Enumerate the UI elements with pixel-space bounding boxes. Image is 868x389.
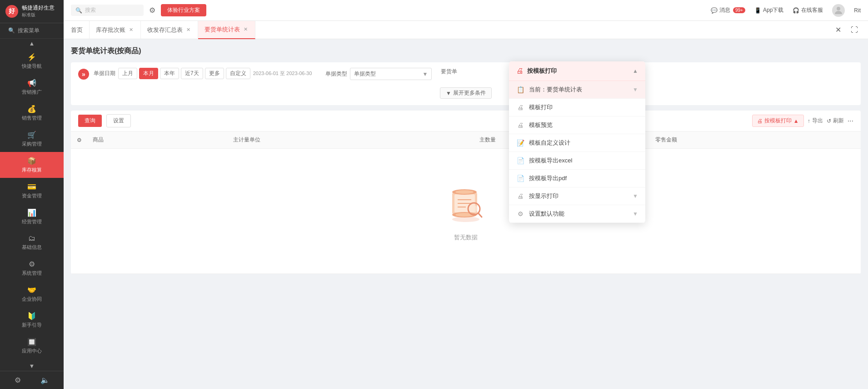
topbar-search[interactable]: 🔍 搜索	[71, 5, 144, 16]
settings-button[interactable]: 设置	[106, 114, 131, 127]
trial-button[interactable]: 体验行业方案	[161, 4, 206, 16]
sidebar-scroll-down[interactable]: ▼	[0, 361, 64, 371]
sidebar-item-label: 资金管理	[22, 192, 42, 199]
date-btn-more[interactable]: 更多	[205, 68, 224, 79]
sidebar-item-cooperation[interactable]: 🤝 企业协同	[0, 281, 64, 307]
search-menu-item[interactable]: 🔍 搜索菜单	[0, 23, 64, 39]
topbar-gear-icon[interactable]: ⚙	[149, 6, 155, 15]
template-pdf-icon: 📄	[516, 175, 524, 182]
tab-close-all-icon[interactable]: ✕	[832, 24, 844, 36]
dropdown-header[interactable]: 🖨 按模板打印 ▲	[509, 61, 645, 81]
sidebar-item-wechat[interactable]: 💬 企业微信	[0, 359, 64, 361]
topbar-app-download[interactable]: 📱 App下载	[754, 6, 783, 14]
sidebar-scroll-up[interactable]: ▲	[0, 39, 64, 48]
inventory-icon: 📦	[27, 157, 36, 165]
print-button[interactable]: 🖨 按模板打印 ▲	[752, 115, 804, 127]
sidebar-item-basic[interactable]: 🗂 基础信息	[0, 230, 64, 255]
dropdown-item-display-print[interactable]: 🖨 按显示打印 ▼	[509, 187, 645, 205]
dropdown-item-template-excel[interactable]: 📄 按模板导出excel	[509, 152, 645, 170]
dropdown-item-template-custom[interactable]: 📝 模板自定义设计	[509, 134, 645, 152]
template-preview-icon: 🖨	[516, 121, 524, 129]
sidebar-item-system[interactable]: ⚙ 系统管理	[0, 255, 64, 281]
sidebar-item-label: 采购管理	[22, 141, 42, 147]
tabs-actions: ✕ ⛶	[832, 24, 861, 36]
sidebar-item-operation[interactable]: 📊 经营管理	[0, 204, 64, 230]
topbar-messages[interactable]: 💬 消息 99+	[711, 6, 745, 14]
sidebar-item-inventory[interactable]: 📦 库存核算	[0, 152, 64, 178]
print-dropdown: 🖨 按模板打印 ▲ 📋 当前：要货单统计表 ▼ 🖨 模板打印 🖨 模板预览 📝	[509, 61, 645, 223]
date-btn-this-month[interactable]: 本月	[139, 68, 158, 79]
dropdown-header-title: 按模板打印	[527, 67, 557, 75]
date-btn-this-year[interactable]: 本年	[160, 68, 179, 79]
dropdown-item-label: 模板打印	[529, 103, 553, 111]
tab-receive-summary[interactable]: 收发存汇总表 ✕	[141, 21, 198, 39]
data-toolbar: 查询 设置 🖨 按模板打印 ▲ ↑ 导出 ↺ 刷新	[71, 111, 861, 131]
tab-order-stats[interactable]: 要货单统计表 ✕	[198, 21, 255, 39]
sidebar-item-label: 经营管理	[22, 218, 42, 225]
tab-batch-account-label: 库存批次账	[96, 26, 125, 34]
col-settings[interactable]: ⚙	[71, 131, 87, 149]
search-menu-label: 搜索菜单	[18, 27, 40, 35]
more-actions-icon[interactable]: ···	[848, 117, 853, 125]
date-btn-7days[interactable]: 近7天	[181, 68, 203, 79]
sidebar-item-quick-nav[interactable]: ⚡ 快捷导航	[0, 48, 64, 74]
dropdown-item-template-preview[interactable]: 🖨 模板预览	[509, 116, 645, 134]
sidebar-item-label: 应用中心	[22, 348, 42, 354]
sidebar-item-finance[interactable]: 💳 资金管理	[0, 178, 64, 204]
dropdown-item-template-pdf[interactable]: 📄 按模板导出pdf	[509, 170, 645, 187]
sidebar-item-label: 快捷导航	[22, 63, 42, 70]
display-print-icon: 🖨	[516, 192, 524, 200]
refresh-button[interactable]: ↺ 刷新	[827, 117, 844, 125]
refresh-label: 刷新	[833, 117, 844, 125]
svg-point-12	[470, 205, 478, 212]
tabs-bar: 首页 库存批次账 ✕ 收发存汇总表 ✕ 要货单统计表 ✕ ✕ ⛶	[64, 21, 868, 39]
set-default-arrow-icon: ▼	[633, 211, 638, 217]
messages-badge: 99+	[733, 7, 745, 13]
dropdown-current-template[interactable]: 📋 当前：要货单统计表 ▼	[509, 81, 645, 99]
tab-receive-summary-close[interactable]: ✕	[185, 26, 191, 33]
col-amount: 零售金额	[650, 131, 861, 149]
speaker-icon[interactable]: 🔈	[40, 376, 50, 384]
main-content: 🔍 搜索 ⚙ 体验行业方案 💬 消息 99+ 📱 App下载 🎧 在线客服 Ri…	[64, 0, 868, 389]
sidebar-item-apps[interactable]: 🔲 应用中心	[0, 333, 64, 359]
expand-more-button[interactable]: ▼ 展开更多条件	[440, 87, 492, 99]
tab-batch-account[interactable]: 库存批次账 ✕	[90, 21, 141, 39]
sidebar-item-sales[interactable]: 💰 销售管理	[0, 100, 64, 126]
date-btn-custom[interactable]: 自定义	[226, 68, 250, 79]
tab-home[interactable]: 首页	[71, 21, 90, 39]
dropdown-header-chevron-icon[interactable]: ▲	[633, 68, 638, 74]
filter-expand-button[interactable]: »	[78, 69, 89, 80]
order-type-value: 单据类型	[354, 70, 376, 78]
system-icon: ⚙	[29, 260, 35, 268]
sidebar-nav: ⚡ 快捷导航 📢 营销推广 💰 销售管理 🛒 采购管理 📦 库存核算 💳 资金管…	[0, 48, 64, 361]
topbar-search-icon: 🔍	[75, 7, 82, 14]
template-custom-icon: 📝	[516, 139, 524, 147]
page-content: 要货单统计表(按商品) » 单据日期 上月 本月 本年 近7天 更多 自定义 2…	[64, 39, 868, 389]
date-btn-last-month[interactable]: 上月	[118, 68, 137, 79]
sidebar-item-marketing[interactable]: 📢 营销推广	[0, 74, 64, 100]
set-default-icon: ⚙	[516, 210, 524, 217]
print-label: 按模板打印	[764, 117, 792, 125]
dropdown-item-set-default[interactable]: ⚙ 设置默认功能 ▼	[509, 205, 645, 223]
sidebar-item-label: 系统管理	[22, 270, 42, 277]
phone-icon: 📱	[754, 7, 761, 14]
sidebar-item-purchase[interactable]: 🛒 采购管理	[0, 126, 64, 152]
template-excel-icon: 📄	[516, 157, 524, 164]
export-button[interactable]: ↑ 导出	[808, 117, 823, 125]
tab-batch-account-close[interactable]: ✕	[128, 26, 134, 33]
tab-maximize-icon[interactable]: ⛶	[848, 24, 861, 36]
query-button[interactable]: 查询	[78, 115, 102, 127]
topbar-right: 💬 消息 99+ 📱 App下载 🎧 在线客服 Rit	[711, 4, 861, 17]
cooperation-icon: 🤝	[27, 286, 36, 294]
tab-order-stats-close[interactable]: ✕	[243, 26, 249, 33]
expand-icon: ▼	[446, 90, 451, 96]
topbar-online-service[interactable]: 🎧 在线客服	[793, 6, 823, 14]
order-type-select[interactable]: 单据类型 ▼	[350, 68, 432, 80]
sidebar-item-guide[interactable]: 🔰 新手引导	[0, 307, 64, 333]
table-header-row: ⚙ 商品 主计量单位 主数量 零售金额	[71, 131, 861, 149]
finance-icon: 💳	[27, 182, 36, 191]
sidebar: 好 畅捷通好生意 标准版 🔍 搜索菜单 ▲ ⚡ 快捷导航 📢 营销推广 💰 销售…	[0, 0, 64, 389]
settings-bottom-icon[interactable]: ⚙	[15, 376, 21, 384]
dropdown-item-label: 设置默认功能	[529, 210, 564, 218]
dropdown-item-template-print[interactable]: 🖨 模板打印	[509, 99, 645, 116]
